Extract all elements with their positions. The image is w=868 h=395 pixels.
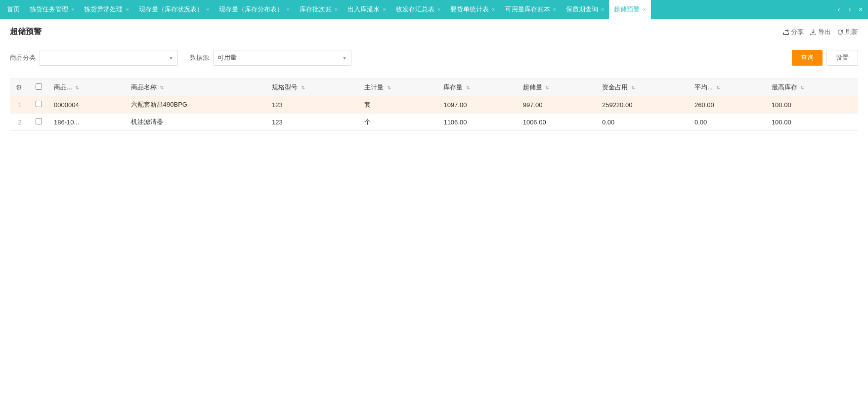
sort-icon-unit: ⇅ <box>387 85 391 90</box>
row-name: 六配套新昌490BPG <box>125 96 266 114</box>
category-select[interactable]: ▼ <box>40 50 178 66</box>
share-button[interactable]: 分享 <box>782 28 804 37</box>
close-icon[interactable]: × <box>601 0 604 19</box>
datasource-select-value: 可用量 <box>217 53 342 62</box>
filter-buttons: 查询 设置 <box>792 50 858 66</box>
filter-area: 商品分类 ▼ 数据源 可用量 ▼ 查询 设置 <box>10 45 858 71</box>
close-icon[interactable]: × <box>492 0 495 19</box>
nav-left-arrow[interactable]: ‹ <box>833 0 844 19</box>
settings-button[interactable]: 设置 <box>826 50 858 66</box>
col-stock[interactable]: 库存量 ⇅ <box>437 79 517 96</box>
row-checkbox[interactable] <box>36 101 42 107</box>
category-filter: 商品分类 ▼ <box>10 50 178 66</box>
row-overstock: 997.00 <box>517 96 596 114</box>
row-checkbox-cell <box>30 114 48 131</box>
nav-item-6[interactable]: 出入库流水 × <box>343 0 391 19</box>
close-icon[interactable]: × <box>206 0 209 19</box>
col-overstock[interactable]: 超储量 ⇅ <box>517 79 596 96</box>
page-header: 超储预警 分享 导出 刷新 <box>10 27 858 37</box>
close-icon[interactable]: × <box>383 0 386 19</box>
close-icon[interactable]: × <box>286 0 289 19</box>
col-avg[interactable]: 平均... ⇅ <box>689 79 766 96</box>
category-label: 商品分类 <box>10 53 36 62</box>
col-unit[interactable]: 主计量 ⇅ <box>358 79 437 96</box>
col-name[interactable]: 商品名称 ⇅ <box>125 79 266 96</box>
row-maxstock: 100.00 <box>766 114 858 131</box>
row-avg: 260.00 <box>689 96 766 114</box>
row-checkbox[interactable] <box>36 118 42 124</box>
export-icon <box>810 29 817 36</box>
row-capital: 0.00 <box>596 114 689 131</box>
table-row: 2 186-10... 机油滤清器 123 个 1106.00 1006.00 … <box>10 114 858 131</box>
row-unit: 个 <box>358 114 437 131</box>
sort-icon-code: ⇅ <box>75 85 79 90</box>
row-name: 机油滤清器 <box>125 114 266 131</box>
row-code: 186-10... <box>48 114 125 131</box>
close-icon[interactable]: × <box>126 0 129 19</box>
row-spec: 123 <box>266 96 358 114</box>
table-body: 1 0000004 六配套新昌490BPG 123 套 1097.00 997.… <box>10 96 858 131</box>
nav-item-home[interactable]: 首页 <box>2 0 25 19</box>
select-all-checkbox[interactable] <box>36 83 42 90</box>
nav-item-2[interactable]: 拣货异常处理 × <box>79 0 133 19</box>
header-actions: 分享 导出 刷新 <box>782 28 858 37</box>
sort-icon-overstock: ⇅ <box>545 85 549 90</box>
row-avg: 0.00 <box>689 114 766 131</box>
export-button[interactable]: 导出 <box>810 28 831 37</box>
row-capital: 259220.00 <box>596 96 689 114</box>
nav-item-5[interactable]: 库存批次账 × <box>295 0 343 19</box>
nav-item-4[interactable]: 现存量（库存分布表） × <box>214 0 294 19</box>
row-checkbox-cell <box>30 96 48 114</box>
row-overstock: 1006.00 <box>517 114 596 131</box>
close-icon[interactable]: × <box>335 0 338 19</box>
table-row: 1 0000004 六配套新昌490BPG 123 套 1097.00 997.… <box>10 96 858 114</box>
row-maxstock: 100.00 <box>766 96 858 114</box>
close-icon[interactable]: × <box>71 0 74 19</box>
nav-right-arrow[interactable]: › <box>844 0 855 19</box>
datasource-filter: 数据源 可用量 ▼ <box>190 50 351 66</box>
sort-icon-maxstock: ⇅ <box>800 85 804 90</box>
datasource-select[interactable]: 可用量 ▼ <box>213 50 351 66</box>
gear-settings-icon[interactable]: ⚙ <box>16 83 22 91</box>
col-maxstock[interactable]: 最高库存 ⇅ <box>766 79 858 96</box>
gear-header: ⚙ <box>10 79 30 96</box>
nav-item-10[interactable]: 保质期查询 × <box>561 0 609 19</box>
page-container: 超储预警 分享 导出 刷新 <box>0 19 868 395</box>
nav-item-7[interactable]: 收发存汇总表 × <box>391 0 445 19</box>
nav-arrows: ‹ › × <box>833 0 866 19</box>
refresh-button[interactable]: 刷新 <box>837 28 858 37</box>
sort-icon-spec: ⇅ <box>301 85 305 90</box>
nav-item-1[interactable]: 拣货任务管理 × <box>25 0 79 19</box>
nav-item-8[interactable]: 要货单统计表 × <box>445 0 500 19</box>
share-icon <box>782 29 789 36</box>
category-chevron-icon: ▼ <box>169 55 174 61</box>
datasource-chevron-icon: ▼ <box>342 55 347 61</box>
close-icon[interactable]: × <box>437 0 440 19</box>
col-spec[interactable]: 规格型号 ⇅ <box>266 79 358 96</box>
top-nav: 首页 拣货任务管理 × 拣货异常处理 × 现存量（库存状况表） × 现存量（库存… <box>0 0 868 19</box>
sort-icon-stock: ⇅ <box>466 85 470 90</box>
checkbox-header <box>30 79 48 96</box>
sort-icon-capital: ⇅ <box>631 85 635 90</box>
row-code: 0000004 <box>48 96 125 114</box>
close-icon[interactable]: × <box>553 0 556 19</box>
nav-item-3[interactable]: 现存量（库存状况表） × <box>134 0 214 19</box>
nav-more-button[interactable]: × <box>855 0 866 19</box>
row-number: 1 <box>10 96 30 114</box>
close-icon[interactable]: × <box>643 0 646 19</box>
col-code[interactable]: 商品... ⇅ <box>48 79 125 96</box>
datasource-label: 数据源 <box>190 53 209 62</box>
row-unit: 套 <box>358 96 437 114</box>
sort-icon-avg: ⇅ <box>716 85 720 90</box>
refresh-icon <box>837 29 844 36</box>
page-title: 超储预警 <box>10 27 42 37</box>
query-button[interactable]: 查询 <box>792 50 823 66</box>
row-spec: 123 <box>266 114 358 131</box>
row-stock: 1106.00 <box>437 114 517 131</box>
nav-item-active[interactable]: 超储预警 × <box>609 0 651 19</box>
row-number: 2 <box>10 114 30 131</box>
col-capital[interactable]: 资金占用 ⇅ <box>596 79 689 96</box>
nav-item-9[interactable]: 可用量库存账本 × <box>500 0 561 19</box>
data-table: ⚙ 商品... ⇅ 商品名称 ⇅ 规格型号 ⇅ 主计量 <box>10 79 858 131</box>
row-stock: 1097.00 <box>437 96 517 114</box>
